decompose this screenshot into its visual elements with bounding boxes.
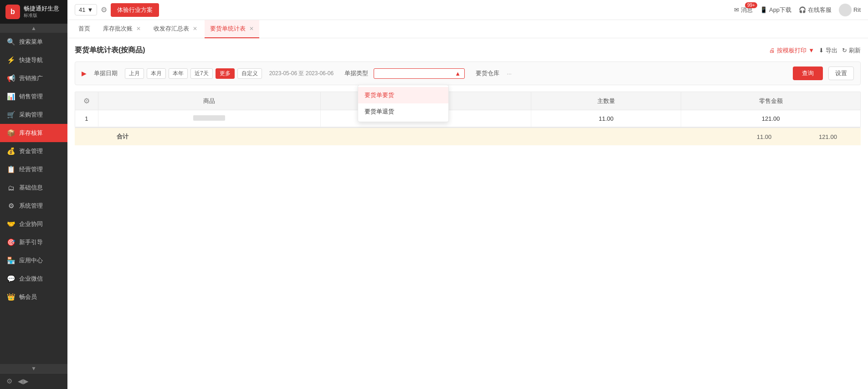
type-filter-label: 单据类型	[344, 69, 368, 77]
app-download-button[interactable]: 📱 App下载	[760, 6, 791, 14]
footer-amount: 121.00	[801, 133, 855, 140]
app-logo-icon: b	[5, 5, 20, 19]
topbar-dropdown[interactable]: 41 ▼	[75, 4, 97, 15]
date-btn-custom[interactable]: 自定义	[237, 68, 262, 79]
print-dropdown-icon: ▼	[808, 47, 814, 54]
sidebar-label-guide: 新手引导	[19, 238, 43, 246]
shortcut-icon: ⚡	[6, 56, 15, 65]
cell-quantity: 11.00	[531, 110, 681, 127]
print-button[interactable]: 🖨 按模板打印 ▼	[769, 46, 814, 55]
print-icon: 🖨	[769, 47, 775, 54]
collapse-icon[interactable]: ◀▶	[18, 377, 29, 385]
sidebar-logo: b 畅捷通好生意 标准版	[0, 0, 67, 24]
sidebar-label-inventory: 库存核算	[19, 129, 43, 137]
type-filter-dropdown[interactable]: ▲	[374, 68, 465, 79]
purchase-icon: 🛒	[6, 110, 15, 119]
topbar-settings-icon[interactable]: ⚙	[101, 5, 107, 14]
app-download-label: App下载	[769, 6, 791, 14]
setup-button[interactable]: 设置	[828, 67, 854, 80]
filter-more-icon[interactable]: ···	[507, 70, 512, 77]
sidebar-label-operation: 经营管理	[19, 165, 43, 174]
content-area: 要货单统计表(按商品) 🖨 按模板打印 ▼ ⬇ 导出 ↻ 刷新	[67, 38, 868, 389]
sidebar-label-finance: 资金管理	[19, 147, 43, 155]
sidebar: b 畅捷通好生意 标准版 ▲ 🔍搜索菜单⚡快捷导航📢营销推广📊销售管理🛒采购管理…	[0, 0, 67, 389]
sidebar-label-search: 搜索菜单	[19, 38, 43, 46]
guide-icon: 🎯	[6, 238, 15, 247]
export-button[interactable]: ⬇ 导出	[819, 46, 837, 55]
cell-product	[98, 110, 320, 127]
dropdown-option[interactable]: 要货单退货	[358, 103, 448, 120]
page: 要货单统计表(按商品) 🖨 按模板打印 ▼ ⬇ 导出 ↻ 刷新	[67, 38, 868, 389]
sidebar-label-appstore: 应用中心	[19, 256, 43, 265]
print-label: 按模板打印	[777, 46, 806, 55]
filter-expand-icon[interactable]: ▶	[82, 70, 87, 77]
sidebar-scroll-down[interactable]: ▼	[0, 364, 67, 373]
date-btn-this-year[interactable]: 本年	[169, 68, 188, 79]
sidebar-menu: 🔍搜索菜单⚡快捷导航📢营销推广📊销售管理🛒采购管理📦库存核算💰资金管理📋经营管理…	[0, 33, 67, 364]
main-area: 41 ▼ ⚙ 体验行业方案 ✉ 消息 99+ 📱 App下载 🎧 在线客服 R	[67, 0, 868, 389]
col-product: 商品	[98, 92, 320, 110]
table-footer: 合计 11.00 121.00	[75, 128, 861, 145]
online-service-button[interactable]: 🎧 在线客服	[799, 6, 832, 14]
tab-close-icon[interactable]: ✕	[193, 26, 197, 32]
sidebar-item-sales[interactable]: 📊销售管理	[0, 87, 67, 106]
dropdown-value: 41	[79, 6, 85, 13]
tab-label: 要货单统计表	[210, 25, 246, 33]
filter-bar: ▶ 单据日期 上月 本月 本年 近7天 更多 自定义 2023-05-06 至 …	[75, 61, 861, 85]
user-avatar-area[interactable]: Rit	[839, 4, 861, 16]
sidebar-item-shortcut[interactable]: ⚡快捷导航	[0, 51, 67, 69]
sidebar-item-operation[interactable]: 📋经营管理	[0, 160, 67, 179]
sidebar-scroll-up[interactable]: ▲	[0, 24, 67, 33]
sidebar-item-finance[interactable]: 💰资金管理	[0, 142, 67, 160]
col-quantity: 主数量	[531, 92, 681, 110]
date-btn-more[interactable]: 更多	[216, 68, 235, 79]
sidebar-item-marketing[interactable]: 📢营销推广	[0, 69, 67, 87]
col-amount: 零售金额	[681, 92, 860, 110]
cell-index: 1	[75, 110, 98, 127]
tab-close-icon[interactable]: ✕	[136, 26, 141, 32]
date-range-text: 2023-05-06 至 2023-06-06	[269, 70, 334, 77]
sidebar-item-basic[interactable]: 🗂基础信息	[0, 179, 67, 197]
sidebar-item-inventory[interactable]: 📦库存核算	[0, 124, 67, 142]
marketing-icon: 📢	[6, 74, 15, 83]
sidebar-item-member[interactable]: 👑畅会员	[0, 288, 67, 306]
date-btn-7days[interactable]: 近7天	[190, 68, 213, 79]
user-avatar	[839, 4, 852, 16]
sidebar-label-collab: 企业协同	[19, 220, 43, 228]
query-button[interactable]: 查询	[793, 67, 823, 80]
sidebar-item-appstore[interactable]: 🏪应用中心	[0, 251, 67, 270]
date-btn-last-month[interactable]: 上月	[125, 68, 144, 79]
refresh-button[interactable]: ↻ 刷新	[842, 46, 861, 55]
messages-badge: 99+	[745, 2, 757, 8]
messages-button[interactable]: ✉ 消息 99+	[734, 6, 753, 14]
trial-button[interactable]: 体验行业方案	[111, 3, 159, 17]
page-title: 要货单统计表(按商品)	[75, 46, 145, 55]
gear-icon[interactable]: ⚙	[83, 97, 90, 105]
tab-要货单统计表[interactable]: 要货单统计表✕	[205, 20, 259, 38]
sidebar-item-wechat[interactable]: 💬企业微信	[0, 270, 67, 288]
date-options: 上月 本月 本年 近7天 更多 自定义	[125, 68, 262, 79]
tab-label: 首页	[78, 25, 90, 33]
member-icon: 👑	[6, 292, 15, 302]
tab-库存批次账[interactable]: 库存批次账✕	[98, 20, 146, 38]
tab-首页[interactable]: 首页	[73, 20, 96, 38]
app-subtitle: 标准版	[24, 12, 59, 19]
tab-close-icon[interactable]: ✕	[249, 26, 254, 32]
sidebar-label-wechat: 企业微信	[19, 275, 43, 283]
sidebar-item-search[interactable]: 🔍搜索菜单	[0, 33, 67, 51]
sidebar-item-system[interactable]: ⚙系统管理	[0, 197, 67, 215]
tab-收发存汇总表[interactable]: 收发存汇总表✕	[148, 20, 203, 38]
col-settings[interactable]: ⚙	[75, 92, 98, 110]
sidebar-item-collab[interactable]: 🤝企业协同	[0, 215, 67, 233]
footer-label: 合计	[80, 133, 128, 141]
date-btn-this-month[interactable]: 本月	[147, 68, 166, 79]
sidebar-item-purchase[interactable]: 🛒采购管理	[0, 106, 67, 124]
export-label: 导出	[826, 46, 837, 55]
dropdown-option[interactable]: 要货单要货	[358, 87, 448, 103]
topbar-left: 41 ▼ ⚙ 体验行业方案	[75, 3, 729, 17]
sidebar-item-guide[interactable]: 🎯新手引导	[0, 233, 67, 251]
sidebar-label-sales: 销售管理	[19, 92, 43, 101]
settings-icon[interactable]: ⚙	[6, 377, 12, 385]
refresh-icon: ↻	[842, 47, 847, 54]
message-icon: ✉	[734, 6, 739, 13]
